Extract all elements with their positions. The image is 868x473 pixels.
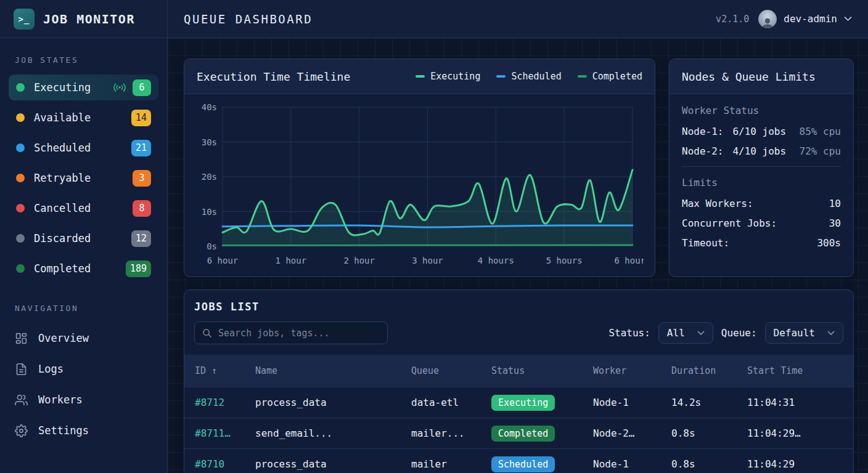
terminal-icon: >_ [14,9,35,30]
state-label: Executing [34,81,91,94]
nav-item-settings[interactable]: Settings [9,415,158,446]
column-header-id[interactable]: ID ↑ [184,365,255,376]
job-worker: Node-1 [593,397,671,408]
live-broadcast-icon [113,83,126,92]
sidebar-item-discarded[interactable]: Discarded 12 [9,225,158,251]
legend-swatch [496,75,506,78]
chevron-down-icon [697,331,705,336]
svg-text:0s: 0s [207,241,217,251]
state-count-badge: 8 [133,200,151,217]
limit-value: 30 [829,217,841,229]
jobs-list-card: JOBS LIST Status: All Que [184,289,854,473]
svg-text:5 hours: 5 hours [546,256,583,265]
table-row[interactable]: #8712 process_data data-etl Executing No… [184,387,853,418]
column-header-queue[interactable]: Queue [411,365,491,376]
state-count-badge: 14 [131,110,151,126]
sort-ascending-icon: ↑ [211,365,217,376]
job-duration: 14.2s [671,397,747,408]
queue-filter-select[interactable]: Default [765,322,843,344]
state-count-badge: 21 [131,140,151,156]
sidebar-item-available[interactable]: Available 14 [9,105,158,131]
chevron-down-icon [844,16,852,22]
nav-item-workers[interactable]: Workers [9,384,158,415]
legend-swatch [578,75,587,78]
jobs-table-header: ID ↑ Name Queue Status Worker Duration S… [184,355,853,387]
search-box[interactable] [194,321,388,344]
worker-status-title: Worker Status [682,105,841,116]
main-content: Execution Time Timeline Executing Schedu… [168,38,868,473]
column-header-worker[interactable]: Worker [593,365,671,376]
job-name: send_email... [255,427,411,439]
table-row[interactable]: #8710 process_data mailer Scheduled Node… [184,449,853,473]
chart-legend: Executing Scheduled Completed [416,71,642,82]
state-count-badge: 12 [131,230,151,247]
state-dot [16,264,25,273]
sidebar-item-retryable[interactable]: Retryable 3 [9,165,158,191]
limit-value: 10 [829,198,841,209]
document-icon [15,363,28,376]
status-filter-value: All [667,327,685,339]
sidebar-item-completed[interactable]: Completed 189 [9,256,158,281]
sidebar: JOB STATES Executing 6 Available 14 Sche… [0,38,168,473]
version-label: v2.1.0 [716,14,749,25]
user-menu[interactable]: dev-admin [758,10,852,28]
divider [682,166,841,167]
job-start-time: 11:04:31 [747,397,853,408]
limit-value: 300s [817,237,841,249]
nav-item-logs[interactable]: Logs [9,354,158,384]
nodes-limits-card: Nodes & Queue Limits Worker Status Node-… [669,59,854,277]
state-dot [16,144,25,152]
node-status-row: Node-1: 6/10 jobs 85% cpu [682,126,841,137]
job-id-link[interactable]: #8710 [184,458,255,470]
nav-item-overview[interactable]: Overview [9,323,158,354]
job-worker: Node-1 [593,458,671,470]
status-badge: Scheduled [491,456,555,472]
node-jobs: 4/10 jobs [732,145,786,157]
job-start-time: 11:04:29 [747,458,853,470]
state-label: Cancelled [34,202,91,214]
job-id-link[interactable]: #8711… [184,427,255,439]
job-name: process_data [255,458,411,470]
svg-text:4 hours: 4 hours [478,256,514,265]
nodes-card-title: Nodes & Queue Limits [682,70,816,83]
svg-text:1 hour: 1 hour [276,256,307,265]
svg-text:40s: 40s [202,102,217,112]
app-title: JOB MONITOR [43,12,135,26]
state-dot [16,204,25,212]
job-worker: Node-2… [593,427,671,439]
column-header-status[interactable]: Status [491,365,593,376]
limits-title: Limits [682,177,841,188]
limit-row: Max Workers: 10 [682,198,841,209]
job-duration: 0.8s [671,458,747,470]
sidebar-item-executing[interactable]: Executing 6 [9,75,158,100]
chevron-down-icon [827,331,835,336]
state-label: Completed [34,262,91,275]
job-queue: data-etl [411,397,491,408]
sidebar-item-cancelled[interactable]: Cancelled 8 [9,195,158,221]
avatar [758,10,777,28]
job-id-link[interactable]: #8712 [184,397,255,408]
search-input[interactable] [218,328,380,339]
legend-label: Scheduled [511,71,561,82]
status-filter-select[interactable]: All [658,322,713,344]
node-cpu: 85% cpu [800,126,841,137]
limit-label: Max Workers: [682,198,753,209]
column-header-duration[interactable]: Duration [671,365,747,376]
state-dot [16,234,25,243]
nav-label: Overview [38,332,89,344]
limit-row: Concurrent Jobs: 30 [682,217,841,229]
table-row[interactable]: #8711… send_email... mailer... Completed… [184,418,853,449]
legend-item-executing: Executing [416,71,480,82]
queue-filter-value: Default [774,327,815,339]
status-filter-label: Status: [608,327,650,339]
state-dot [16,83,25,92]
sidebar-item-scheduled[interactable]: Scheduled 21 [9,135,158,161]
gear-icon [15,424,28,437]
nav-label: Workers [38,394,83,406]
job-start-time: 11:04:29… [747,427,853,439]
state-count-badge: 3 [133,170,151,187]
column-header-name[interactable]: Name [255,365,411,376]
node-status-row: Node-2: 4/10 jobs 72% cpu [682,145,841,157]
column-header-start-time[interactable]: Start Time [747,365,853,376]
legend-swatch [416,75,425,78]
